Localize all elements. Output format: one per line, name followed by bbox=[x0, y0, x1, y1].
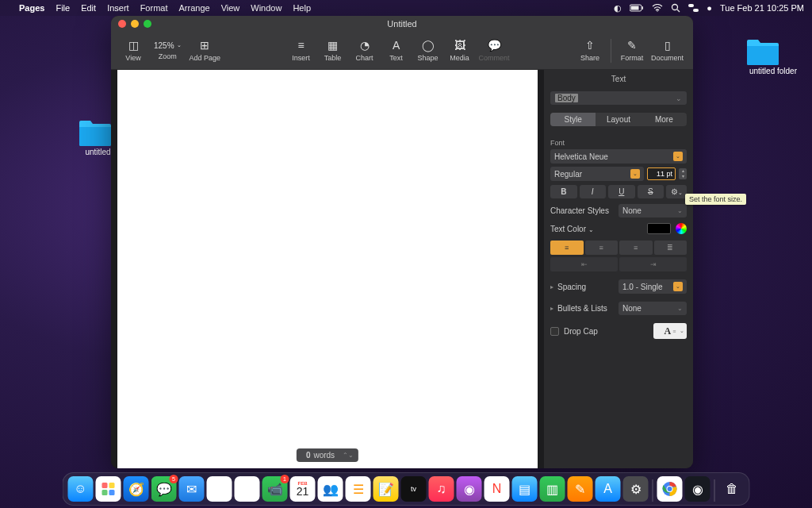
inspector-panel: Text Body ⌄ Style Layout More Font Helve… bbox=[544, 70, 693, 468]
svg-rect-2 bbox=[642, 6, 644, 10]
menu-file[interactable]: File bbox=[56, 3, 70, 13]
bullets-select[interactable]: None⌄ bbox=[619, 302, 687, 315]
dock-contacts[interactable]: 👥 bbox=[318, 476, 343, 502]
menu-format[interactable]: Format bbox=[140, 3, 168, 13]
tab-more[interactable]: More bbox=[642, 113, 687, 126]
dock-tv[interactable]: tv bbox=[401, 476, 427, 502]
app-menu[interactable]: Pages bbox=[19, 3, 44, 13]
spotlight-icon[interactable] bbox=[671, 3, 680, 13]
menu-edit[interactable]: Edit bbox=[81, 3, 96, 13]
status-icon[interactable]: ◐ bbox=[614, 3, 622, 13]
media-button[interactable]: 🖼Media bbox=[444, 38, 476, 64]
window-zoom-button[interactable] bbox=[144, 20, 151, 28]
advanced-text-button[interactable]: ⚙︎⌄ bbox=[666, 185, 687, 198]
indent-increase-button[interactable]: ⇥ bbox=[619, 257, 687, 271]
wifi-icon[interactable] bbox=[652, 4, 663, 12]
svg-rect-10 bbox=[102, 490, 108, 495]
dock-trash[interactable]: 🗑 bbox=[719, 476, 745, 502]
spacing-select[interactable]: 1.0 - Single⌄ bbox=[619, 279, 687, 294]
svg-point-3 bbox=[657, 10, 659, 12]
disclosure-triangle-icon[interactable]: ▸ bbox=[550, 305, 553, 312]
window-minimize-button[interactable] bbox=[131, 20, 139, 28]
insert-button[interactable]: ≡Insert bbox=[285, 38, 317, 64]
menubar-clock[interactable]: Tue Feb 21 10:25 PM bbox=[720, 3, 804, 13]
format-button[interactable]: ✎Format bbox=[616, 38, 648, 64]
indent-decrease-button[interactable]: ⇤ bbox=[550, 257, 618, 271]
shape-button[interactable]: ◯Shape bbox=[412, 38, 444, 64]
dock-finder[interactable]: ☺ bbox=[68, 476, 94, 502]
dock-maps[interactable]: 🗺 bbox=[207, 476, 232, 502]
dock-safari[interactable]: 🧭 bbox=[124, 476, 149, 502]
paragraph-style-select[interactable]: Body ⌄ bbox=[550, 91, 687, 105]
menu-window[interactable]: Window bbox=[251, 3, 282, 13]
step-up-icon[interactable]: ▴ bbox=[679, 168, 687, 174]
share-icon: ⇧ bbox=[585, 40, 595, 52]
battery-icon[interactable] bbox=[630, 4, 644, 12]
tab-layout[interactable]: Layout bbox=[596, 113, 641, 126]
chevron-updown-icon: ⌄ bbox=[630, 169, 640, 179]
dock-launchpad[interactable] bbox=[96, 476, 121, 502]
dock-separator bbox=[653, 479, 653, 502]
menu-arrange[interactable]: Arrange bbox=[178, 3, 209, 13]
bold-button[interactable]: B bbox=[550, 185, 577, 198]
document-button[interactable]: ▯Document bbox=[648, 38, 687, 64]
color-picker-button[interactable] bbox=[676, 223, 687, 234]
chevron-updown-icon: ⌄ bbox=[673, 152, 683, 161]
step-down-icon[interactable]: ▾ bbox=[679, 174, 687, 179]
dock-news[interactable]: N bbox=[485, 476, 510, 502]
control-center-icon[interactable] bbox=[688, 4, 699, 12]
dock-calendar[interactable]: FEB21 bbox=[290, 476, 316, 502]
share-button[interactable]: ⇧Share bbox=[574, 38, 606, 64]
menu-help[interactable]: Help bbox=[293, 3, 311, 13]
dock-reminders[interactable]: ☰ bbox=[346, 476, 371, 502]
word-count[interactable]: 0 words ⌃⌄ bbox=[297, 448, 358, 462]
add-page-button[interactable]: ⊞Add Page bbox=[186, 38, 224, 64]
dock-mail[interactable]: ✉︎ bbox=[179, 476, 205, 502]
dock-settings[interactable]: ⚙︎ bbox=[623, 476, 649, 502]
view-button[interactable]: ◫View bbox=[117, 38, 149, 64]
svg-rect-11 bbox=[109, 490, 115, 495]
menu-view[interactable]: View bbox=[221, 3, 240, 13]
char-styles-select[interactable]: None⌄ bbox=[619, 204, 687, 217]
font-size-stepper[interactable]: ▴▾ bbox=[679, 168, 687, 179]
dock-numbers[interactable]: ▥ bbox=[540, 476, 565, 502]
dock-chrome[interactable] bbox=[657, 476, 683, 502]
document-area[interactable]: 0 words ⌃⌄ bbox=[111, 70, 544, 468]
menu-insert[interactable]: Insert bbox=[107, 3, 129, 13]
italic-button[interactable]: I bbox=[580, 185, 607, 198]
dock-messages[interactable]: 💬5 bbox=[151, 476, 177, 502]
desktop-folder-2[interactable]: untitled folder bbox=[745, 38, 801, 75]
strikethrough-button[interactable]: S bbox=[638, 185, 665, 198]
dock-music[interactable]: ♫ bbox=[429, 476, 454, 502]
dock-appstore[interactable]: A bbox=[596, 476, 621, 502]
document-page[interactable] bbox=[117, 70, 538, 468]
align-right-button[interactable]: ≡ bbox=[619, 241, 653, 255]
user-icon[interactable]: ● bbox=[707, 3, 712, 13]
dropcap-checkbox[interactable] bbox=[550, 327, 559, 336]
dock-podcasts[interactable]: ◉ bbox=[457, 476, 482, 502]
tab-style[interactable]: Style bbox=[550, 113, 596, 126]
font-weight-select[interactable]: Regular⌄ bbox=[550, 167, 644, 181]
text-button[interactable]: AText bbox=[381, 38, 412, 64]
font-size-input[interactable] bbox=[647, 167, 676, 180]
disclosure-triangle-icon[interactable]: ▸ bbox=[550, 283, 553, 291]
chart-button[interactable]: ◔Chart bbox=[349, 38, 381, 64]
underline-button[interactable]: U bbox=[608, 185, 635, 198]
align-left-button[interactable]: ≡ bbox=[550, 241, 584, 255]
dock-steam[interactable]: ◉ bbox=[685, 476, 710, 502]
dropcap-style-select[interactable]: A≡⌄ bbox=[653, 323, 687, 339]
dock-photos[interactable]: ✿ bbox=[235, 476, 260, 502]
dock-notes[interactable]: 📝 bbox=[373, 476, 399, 502]
align-center-button[interactable]: ≡ bbox=[585, 241, 619, 255]
dock-facetime[interactable]: 📹1 bbox=[262, 476, 288, 502]
zoom-select[interactable]: 125%⌄Zoom bbox=[149, 40, 186, 62]
table-button[interactable]: ▦Table bbox=[317, 38, 349, 64]
align-justify-button[interactable]: ≣ bbox=[654, 241, 688, 255]
dock-keynote[interactable]: ▤ bbox=[512, 476, 538, 502]
dock-pages[interactable]: ✎ bbox=[568, 476, 593, 502]
desktop-folder-2-label: untitled folder bbox=[745, 67, 801, 75]
text-color-well[interactable] bbox=[647, 223, 671, 234]
window-close-button[interactable] bbox=[118, 20, 126, 28]
comment-button[interactable]: 💬Comment bbox=[476, 38, 513, 64]
font-family-select[interactable]: Helvetica Neue⌄ bbox=[550, 149, 687, 164]
